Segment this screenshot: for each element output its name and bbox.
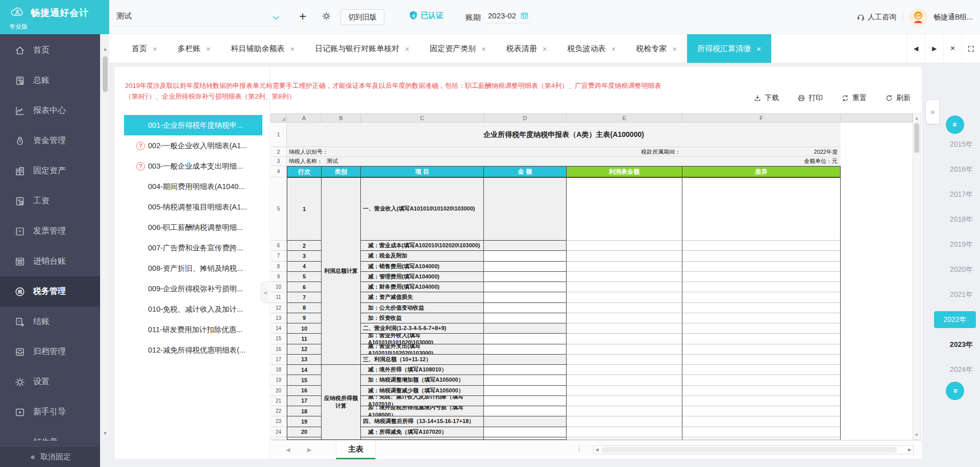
report-list-item-9[interactable]: 009-企业所得税弥补亏损明... [124,278,262,299]
cell-amount-2[interactable] [484,241,567,251]
row-head-8[interactable]: 8 [271,262,287,272]
cell-line-3[interactable]: 3 [287,251,322,261]
cell-diff-11[interactable] [682,334,841,344]
cell-item-16[interactable]: 减：纳税调整减少额（填写A105000） [361,386,484,396]
row-head-1[interactable]: 1 [271,123,287,147]
row-head-22[interactable]: 22 [271,406,287,416]
cell-line-12[interactable]: 12 [287,344,322,355]
year-item-2017[interactable]: 2017年 [933,182,977,207]
year-item-2018[interactable]: 2018年 [933,207,977,232]
cell-profit-6[interactable] [567,282,682,292]
cell-line-19[interactable]: 19 [287,416,322,427]
cell-amount-20[interactable] [484,427,567,437]
cell-item-18[interactable]: 加：境外应税所得抵减境内亏损（填写A108000） [361,406,484,416]
cell-amount-19[interactable] [484,416,567,427]
cell-line-4[interactable]: 4 [287,262,322,272]
cell-diff-18[interactable] [682,406,841,416]
sidebar-item-salary[interactable]: ¥工资 [0,186,100,216]
avatar[interactable] [909,8,927,27]
cell-diff-17[interactable] [682,396,841,406]
close-icon[interactable]: × [756,44,761,53]
cell-amount-15[interactable] [484,375,567,385]
cell-diff-4[interactable] [682,262,841,272]
sheet-tab-left-icon[interactable]: ◀ [286,447,290,453]
tab-3[interactable]: 科目辅助余额表× [221,34,305,63]
cell-item-11[interactable]: 加：营业外收入(填写A101010\101020\103000) [361,334,484,344]
report-list-item-4[interactable]: 004-期间费用明细表(A1040... [124,176,262,197]
scroll-down-icon[interactable]: ▼ [913,433,920,437]
cell-profit-17[interactable] [567,396,682,406]
cell-item-14[interactable]: 减：境外所得（填写A108010） [361,365,484,375]
tab-scroll-right-button[interactable]: ▶ [925,34,943,63]
help-question-icon[interactable]: ? [136,142,145,150]
vertical-scrollbar[interactable]: ▲▼ [913,113,921,440]
close-icon[interactable]: × [206,44,211,53]
download-button[interactable]: 下载 [753,94,779,103]
cell-item-7[interactable]: 减：资产减值损失 [361,292,484,302]
cell-line-18[interactable]: 18 [287,406,322,416]
scroll-up-icon[interactable]: ▲ [913,116,920,121]
cell-line-5[interactable]: 5 [287,272,322,282]
cell-amount-14[interactable] [484,365,567,375]
cell-item-13[interactable]: 三、利润总额（10+11-12） [361,355,484,365]
cell-profit-19[interactable] [567,416,682,427]
cell-profit-16[interactable] [567,386,682,396]
year-item-2024[interactable]: 2024年 [933,357,977,382]
cell-diff-3[interactable] [682,251,841,261]
add-account-button[interactable]: + [299,9,306,24]
row-head-5[interactable]: 5 [271,177,287,241]
tab-6[interactable]: 税表清册× [496,34,557,63]
cell-line-8[interactable]: 8 [287,303,322,313]
row-head-16[interactable]: 16 [271,344,287,355]
cell-line-15[interactable]: 15 [287,375,322,385]
hscrollbar-thumb[interactable] [602,447,897,453]
cell-amount-6[interactable] [484,282,567,292]
sidebar-item-daybook[interactable]: 进销台账 [0,246,100,276]
refresh-button[interactable]: 刷新 [885,94,911,103]
report-list-item-10[interactable]: 010-免税、减计收入及加计... [124,299,262,319]
row-head-17[interactable]: 17 [271,355,287,365]
sheet-tab-right-icon[interactable]: ▶ [307,447,311,453]
row-head-11[interactable]: 11 [271,292,287,302]
cell-item-3[interactable]: 减：税金及附加 [361,251,484,261]
row-head-9[interactable]: 9 [271,272,287,282]
cell-item-9[interactable]: 加：投资收益 [361,313,484,323]
tab-7[interactable]: 税负波动表× [557,34,626,63]
cell-amount-4[interactable] [484,262,567,272]
report-list-item-3[interactable]: ?003-一般企业成本支出明细... [124,156,262,176]
collapse-list-handle[interactable]: « [261,282,270,303]
cell-line-13[interactable]: 13 [287,355,322,365]
year-item-2020[interactable]: 2020年 [933,257,977,282]
switch-to-old-version-button[interactable]: 切到旧版 [340,9,384,25]
certified-badge[interactable]: 企 已认证 [408,10,444,20]
category-cell-1[interactable]: 利润总额计算 [322,177,361,365]
reset-button[interactable]: 重置 [841,94,867,103]
scroll-up-icon[interactable]: ▲ [101,46,110,52]
row-head-10[interactable]: 10 [271,282,287,292]
cell-profit-20[interactable] [567,427,682,437]
cell-amount-9[interactable] [484,313,567,323]
tab-1[interactable]: 首页× [121,34,167,63]
sidebar-item-report[interactable]: 报表中心 [0,96,100,126]
cell-profit-2[interactable] [567,241,682,251]
year-item-2019[interactable]: 2019年 [933,232,977,257]
close-icon[interactable]: × [481,44,486,53]
cell-diff-8[interactable] [682,303,841,313]
row-head-19[interactable]: 19 [271,375,287,385]
cell-amount-10[interactable] [484,323,567,334]
account-selector[interactable]: 测试 [114,7,283,27]
user-name[interactable]: 畅捷通B组... [934,13,973,22]
col-head-A[interactable]: A [287,113,322,123]
sidebar-item-guide[interactable]: 新手引导 [0,397,100,427]
tab-9[interactable]: 所得税汇算清缴× [687,34,771,63]
row-head-14[interactable]: 14 [271,323,287,334]
cell-item-4[interactable]: 减：销售费用(填写A104000) [361,262,484,272]
cell-item-6[interactable]: 减：财务费用(填写A104000) [361,282,484,292]
cell-diff-5[interactable] [682,272,841,282]
cell-item-1[interactable]: 一、营业收入(填写A101010\101020\103000) [361,177,484,241]
sidebar-item-archive[interactable]: 归档管理 [0,337,100,367]
sidebar-item-home[interactable]: 首页 [0,35,100,65]
close-icon[interactable]: × [290,44,295,53]
cell-profit-15[interactable] [567,375,682,385]
vscrollbar-thumb[interactable] [914,123,919,153]
